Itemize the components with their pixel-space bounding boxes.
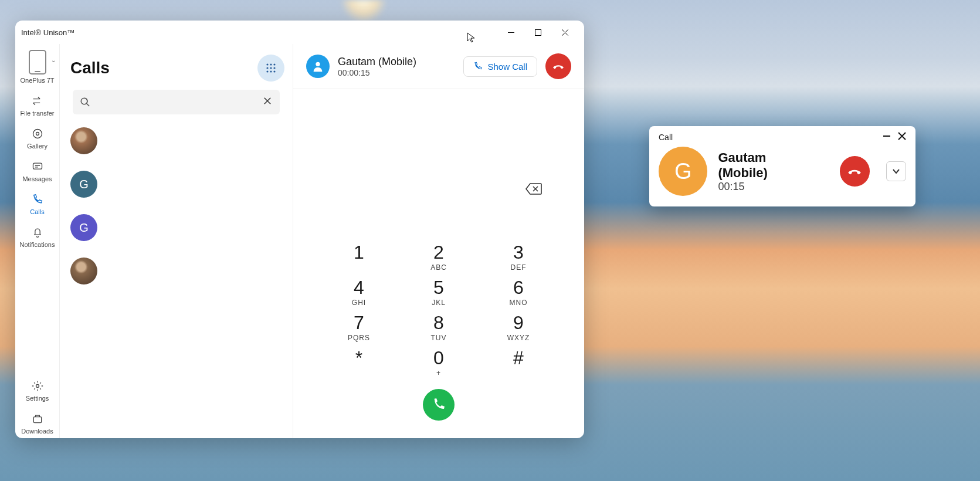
dialpad-toggle[interactable] bbox=[257, 55, 284, 82]
dialpad-area: 12ABC3DEF4GHI5JKL6MNO7PQRS8TUV9WXYZ*0+# bbox=[293, 89, 584, 438]
dial-key-7[interactable]: 7PQRS bbox=[338, 311, 380, 343]
dial-key-number: 9 bbox=[497, 311, 540, 334]
dial-key-9[interactable]: 9WXYZ bbox=[497, 311, 540, 343]
close-icon bbox=[262, 96, 273, 106]
clear-search-button[interactable] bbox=[262, 96, 273, 109]
backspace-icon bbox=[525, 183, 542, 195]
dial-key-letters: WXYZ bbox=[497, 334, 540, 343]
right-panel: Gautam (Mobile) 00:00:15 Show Call bbox=[293, 44, 584, 438]
svg-point-10 bbox=[270, 67, 272, 69]
device-selector[interactable]: ⌄ OnePlus 7T bbox=[15, 46, 59, 87]
svg-point-6 bbox=[266, 63, 268, 65]
contact-avatar[interactable] bbox=[70, 127, 97, 154]
transfer-icon bbox=[31, 94, 44, 107]
wallpaper-sunglare bbox=[340, 0, 387, 23]
calls-panel: Calls GG bbox=[60, 44, 293, 438]
toast-end-call-button[interactable] bbox=[840, 156, 870, 187]
dial-key-number: 4 bbox=[338, 276, 380, 299]
svg-point-12 bbox=[266, 70, 268, 72]
svg-point-7 bbox=[270, 63, 272, 65]
dial-key-#[interactable]: # bbox=[497, 347, 540, 378]
rail-label: Downloads bbox=[21, 428, 53, 435]
calls-icon bbox=[31, 193, 44, 206]
show-call-label: Show Call bbox=[487, 62, 527, 72]
dial-key-number: 6 bbox=[497, 276, 540, 299]
device-label: OnePlus 7T bbox=[20, 77, 54, 84]
rail-item-gallery[interactable]: Gallery bbox=[15, 124, 59, 153]
dial-key-number: 1 bbox=[338, 241, 380, 263]
toast-expand-button[interactable] bbox=[886, 161, 906, 181]
call-button[interactable] bbox=[423, 389, 455, 421]
rail-item-notifications[interactable]: Notifications bbox=[15, 222, 59, 252]
contacts-list[interactable]: GG bbox=[60, 121, 293, 438]
end-call-button[interactable] bbox=[545, 53, 571, 79]
dial-key-6[interactable]: 6MNO bbox=[497, 276, 540, 308]
window-title: Intel® Unison™ bbox=[21, 28, 497, 37]
svg-point-13 bbox=[270, 70, 272, 72]
dial-key-number: * bbox=[338, 347, 380, 369]
dial-key-number: 8 bbox=[418, 311, 460, 334]
dial-key-0[interactable]: 0+ bbox=[418, 347, 460, 378]
dial-key-letters: PQRS bbox=[338, 334, 380, 343]
gallery-icon bbox=[31, 127, 44, 140]
caller-name: Gautam (Mobile) bbox=[338, 56, 416, 68]
backspace-button[interactable] bbox=[525, 183, 542, 197]
rail-label: Notifications bbox=[20, 241, 55, 248]
rail-label: Calls bbox=[30, 208, 44, 215]
dial-key-4[interactable]: 4GHI bbox=[338, 276, 380, 308]
dial-key-1[interactable]: 1 bbox=[338, 241, 380, 273]
dial-key-8[interactable]: 8TUV bbox=[418, 311, 460, 343]
downloads-icon bbox=[31, 412, 44, 425]
show-call-button[interactable]: Show Call bbox=[463, 56, 537, 77]
contact-avatar[interactable] bbox=[70, 258, 97, 284]
minimize-icon bbox=[883, 132, 891, 140]
search-icon bbox=[80, 97, 90, 107]
rail-item-filetransfer[interactable]: File transfer bbox=[15, 91, 59, 120]
rail-item-settings[interactable]: Settings bbox=[15, 376, 59, 405]
dial-key-number: 5 bbox=[418, 276, 460, 299]
dial-key-number: 0 bbox=[418, 347, 460, 369]
rail-item-downloads[interactable]: Downloads bbox=[15, 409, 59, 438]
contact-avatar[interactable]: G bbox=[70, 214, 97, 241]
rail-label: Messages bbox=[22, 175, 52, 182]
person-icon bbox=[311, 60, 324, 73]
dial-key-letters: GHI bbox=[338, 299, 380, 308]
dial-key-letters: ABC bbox=[418, 263, 460, 273]
svg-point-8 bbox=[273, 63, 275, 65]
svg-point-15 bbox=[316, 62, 320, 66]
toast-minimize-button[interactable] bbox=[883, 132, 891, 142]
svg-point-4 bbox=[36, 385, 39, 388]
dial-key-*[interactable]: * bbox=[338, 347, 380, 378]
phone-outline-icon bbox=[473, 62, 483, 71]
dial-key-5[interactable]: 5JKL bbox=[418, 276, 460, 308]
dial-key-number: 3 bbox=[497, 241, 540, 263]
active-call-bar: Gautam (Mobile) 00:00:15 Show Call bbox=[293, 44, 584, 89]
dial-key-number: 7 bbox=[338, 311, 380, 334]
dial-key-letters: DEF bbox=[497, 263, 540, 273]
bell-icon bbox=[31, 226, 44, 239]
close-button[interactable] bbox=[551, 21, 578, 44]
dial-key-2[interactable]: 2ABC bbox=[418, 241, 460, 273]
toast-close-button[interactable] bbox=[898, 132, 906, 142]
dial-key-letters: TUV bbox=[418, 334, 460, 343]
chevron-down-icon: ⌄ bbox=[51, 57, 56, 63]
chevron-down-icon bbox=[892, 167, 900, 175]
toast-duration: 00:15 bbox=[718, 181, 818, 193]
rail-item-messages[interactable]: Messages bbox=[15, 157, 59, 186]
minimize-button[interactable] bbox=[497, 21, 524, 44]
search-input[interactable] bbox=[96, 97, 256, 107]
rail-item-calls[interactable]: Calls bbox=[15, 189, 59, 219]
phone-icon bbox=[432, 398, 446, 412]
toast-title: Call bbox=[659, 133, 673, 142]
svg-point-1 bbox=[33, 130, 42, 138]
search-field[interactable] bbox=[73, 90, 280, 114]
titlebar[interactable]: Intel® Unison™ bbox=[15, 21, 584, 44]
dial-key-3[interactable]: 3DEF bbox=[497, 241, 540, 273]
svg-rect-0 bbox=[535, 29, 541, 35]
svg-point-14 bbox=[273, 70, 275, 72]
toast-avatar: G bbox=[659, 147, 707, 196]
dial-key-letters bbox=[497, 369, 540, 378]
maximize-button[interactable] bbox=[524, 21, 551, 44]
calls-heading: Calls bbox=[70, 59, 110, 77]
contact-avatar[interactable]: G bbox=[70, 171, 97, 198]
